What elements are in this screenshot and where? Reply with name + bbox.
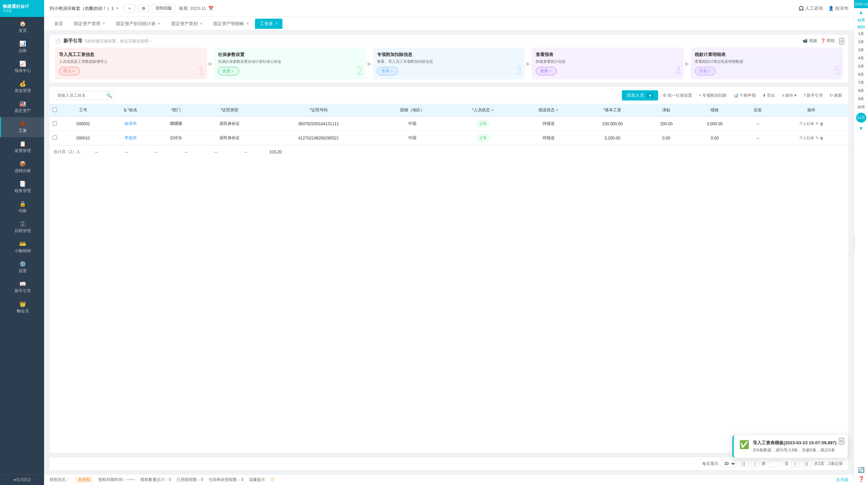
tab-fixed-assets-close[interactable]: ✕ (102, 22, 105, 25)
summary-dash-4: -- (173, 150, 200, 154)
tab-home[interactable]: 首页 (50, 19, 68, 29)
guide-step-5-btn[interactable]: 查看＞ (695, 67, 716, 75)
guide-close-button[interactable]: ✕ (839, 38, 844, 44)
sidebar-pin-toggle[interactable]: ◄取消固定 (0, 474, 44, 485)
sidebar-item-ledger[interactable]: 📊 总账 (0, 37, 44, 57)
calendar-month-11-active[interactable]: 11月 (856, 113, 866, 123)
sidebar-item-close[interactable]: 🔒 结账 (0, 197, 44, 217)
operations-btn[interactable]: ≡ 操作 ▾ (780, 91, 798, 100)
sidebar-item-guide[interactable]: 📖 新手引导 (0, 277, 44, 297)
select-all-checkbox[interactable] (53, 108, 57, 112)
calendar-month-8[interactable]: 8月 (854, 87, 868, 95)
settings-button[interactable]: ⚙ (138, 5, 149, 12)
switch-version-button[interactable]: 切到旧版 (152, 4, 176, 13)
calendar-month-10[interactable]: 10月 (854, 103, 868, 111)
tab-fixed-depreciation-close[interactable]: ✕ (158, 22, 160, 25)
add-dropdown-icon[interactable]: ▾ (647, 93, 653, 98)
current-page-input[interactable]: 1 (768, 460, 782, 467)
tax-report-btn[interactable]: 📊 个税申报 (731, 91, 758, 100)
add-account-button[interactable]: ＋ (124, 4, 135, 13)
row-2-edit-icon[interactable]: ✎ (815, 136, 818, 140)
sidebar-item-invoice[interactable]: 📋 发票管理 (0, 137, 44, 157)
sidebar-item-expense[interactable]: 💳 小畅报销 (0, 237, 44, 257)
export-btn[interactable]: ⬇ 导出 (761, 91, 777, 100)
status-filter-icon[interactable]: ▼ (491, 108, 494, 112)
sidebar-item-payroll[interactable]: 💼 工资 (0, 117, 44, 137)
sidebar-item-funds[interactable]: 💰 资金管理 (0, 77, 44, 97)
account-selector[interactable]: 刘小艳演示账套（勿删勿动！）1 ▼ (50, 5, 119, 12)
sidebar-item-archive[interactable]: 🗄️ 归档管理 (0, 217, 44, 237)
row-2-checkbox[interactable] (53, 135, 57, 140)
search-input[interactable] (54, 91, 115, 100)
calendar-sync-icon[interactable]: 🔄 (858, 467, 865, 473)
video-help-btn[interactable]: 📹 视频 (803, 38, 817, 44)
calendar-up-btn[interactable]: ▲ (859, 10, 864, 15)
guide-step-4-btn[interactable]: 查看＞ (536, 67, 557, 75)
add-employee-button[interactable]: 添加人员 ▾ (622, 90, 658, 100)
calendar-help-icon[interactable]: ❓ (858, 476, 865, 482)
guide-step-1-btn[interactable]: 导入＞ (59, 67, 80, 75)
doc-help-btn[interactable]: ❓ 帮助 (821, 38, 835, 44)
tab-payroll-close[interactable]: ✕ (275, 22, 278, 25)
guide-step-2-btn[interactable]: 设置＞ (218, 67, 239, 75)
user-profile[interactable]: 👤 徐泽华 (828, 5, 848, 12)
next-page-btn[interactable]: ⟩ (791, 460, 799, 467)
sidebar-item-fixed[interactable]: 🏭 固定资产 (0, 97, 44, 117)
notification-close-btn[interactable]: ✕ (839, 438, 844, 445)
new-guide-btn[interactable]: ? 新手引导 (801, 91, 825, 100)
prev-page-btn[interactable]: ⟨ (751, 460, 759, 467)
sidebar-item-inventory[interactable]: 📦 进销台账 (0, 157, 44, 177)
calendar-month-3[interactable]: 3月 (854, 46, 868, 54)
sidebar-item-home[interactable]: 🏠 首页 (0, 17, 44, 37)
row-1-edit-icon[interactable]: ✎ (815, 122, 818, 126)
guide-step-1-title: 导入员工工资信息 (59, 52, 203, 58)
calendar-month-6[interactable]: 6月 (854, 71, 868, 79)
sort-icon[interactable]: ⇅ (123, 108, 127, 113)
social-insurance-btn[interactable]: ⚙ 统一社保设置 (661, 91, 694, 100)
tab-fixed-assets[interactable]: 固定资产管理 ✕ (69, 19, 110, 29)
row-1-status: 正常 (449, 117, 517, 131)
first-page-btn[interactable]: ⟨⟨ (739, 460, 748, 467)
calendar-month-2[interactable]: 2月 (854, 38, 868, 46)
topup-link[interactable]: 去充值 (836, 477, 848, 483)
calendar-month-1[interactable]: 1月 (854, 30, 868, 38)
ai-consult-label: 人工咨询 (805, 5, 823, 12)
tab-fixed-depreciation[interactable]: 固定资产折旧统计表 ✕ (111, 19, 165, 29)
headset-icon: 🎧 (798, 6, 804, 11)
tab-fixed-category[interactable]: 固定资产类别 ✕ (166, 19, 207, 29)
tab-payroll[interactable]: 工资表 ✕ (255, 19, 282, 29)
last-page-btn[interactable]: ⟩⟩ (802, 460, 811, 467)
row-1-delete-icon[interactable]: 🗑 (820, 122, 824, 126)
export-label: 导出 (767, 93, 775, 98)
sidebar-item-settings[interactable]: ⚙️ 设置 (0, 257, 44, 277)
calendar-month-5[interactable]: 5月 (854, 62, 868, 71)
ai-consult-btn[interactable]: 🎧 人工咨询 (798, 5, 823, 12)
calendar-icon[interactable]: 📅 (208, 6, 214, 11)
refresh-btn[interactable]: ↻ 刷新 (828, 91, 844, 100)
sidebar-item-report[interactable]: 📈 报表中心 (0, 57, 44, 77)
row-2-social-btn[interactable]: 个人社保 (799, 135, 814, 141)
calendar-down-btn[interactable]: ▼ (859, 126, 864, 131)
calendar-month-7[interactable]: 7月 (854, 79, 868, 87)
guide-step-3-btn[interactable]: 查看＞ (377, 67, 398, 75)
report-filter-icon[interactable]: ▼ (555, 108, 559, 112)
calendar-month-9[interactable]: 9月 (854, 95, 868, 103)
sidebar-item-tax[interactable]: 📑 税务管理 (0, 177, 44, 197)
row-1-social-btn[interactable]: 个人社保 (799, 121, 814, 126)
row-1-name-link[interactable]: 徐泽华 (124, 121, 137, 126)
calendar-month-4[interactable]: 4月 (854, 54, 868, 62)
row-2-name-link[interactable]: 李俊杰 (124, 135, 137, 140)
sidebar-item-member[interactable]: 👑 畅会员 (0, 297, 44, 317)
row-1-checkbox[interactable] (53, 121, 57, 126)
row-2-performance: 0.00 (688, 131, 741, 145)
special-deduct-btn[interactable]: + 专项附加扣除 (697, 91, 729, 100)
summary-dash-3: -- (143, 150, 170, 154)
tab-fixed-category-close[interactable]: ✕ (200, 22, 202, 25)
row-2-delete-icon[interactable]: 🗑 (820, 136, 824, 140)
tab-fixed-detail[interactable]: 固定资产明细账 ✕ (209, 19, 254, 29)
calendar-month-12[interactable]: 12月 (854, 16, 868, 24)
panel-toggle-btn[interactable]: ◀ (854, 236, 855, 249)
per-page-select[interactable]: 10 20 50 (721, 460, 736, 467)
total-count: 授权数量总计：0 (140, 477, 171, 483)
tab-fixed-detail-close[interactable]: ✕ (246, 22, 249, 25)
